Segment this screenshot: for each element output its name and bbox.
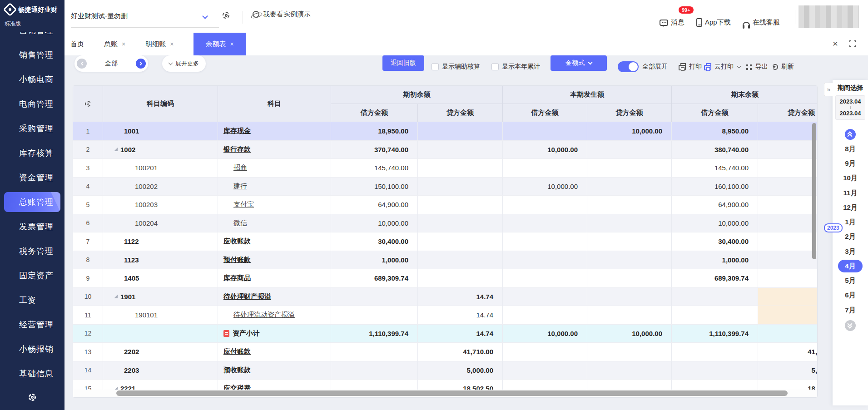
- close-tab-icon[interactable]: ×: [122, 40, 125, 48]
- month-11月[interactable]: 11月: [838, 186, 863, 200]
- amount-style-dropdown[interactable]: 金额式: [551, 55, 607, 71]
- table-row[interactable]: 6100204微信10,000.0010,000.00: [73, 214, 818, 233]
- sidebar-item-销售管理[interactable]: 销售管理: [0, 43, 64, 67]
- month-2月[interactable]: 2月: [838, 230, 863, 244]
- sidebar-item-经营管理[interactable]: 经营管理: [0, 312, 64, 337]
- month-5月[interactable]: 5月: [838, 273, 863, 288]
- checkbox-icon[interactable]: [432, 63, 439, 70]
- table-row[interactable]: 5100203支付宝64,900.0064,900.00: [73, 196, 818, 214]
- show-ytd-checkbox[interactable]: 显示本年累计: [491, 55, 540, 78]
- sidebar-item-固定资产[interactable]: 固定资产: [0, 263, 64, 288]
- cell-subject: 库存现金: [218, 122, 331, 140]
- sidebar-item-总账管理[interactable]: 总账管理: [0, 190, 64, 214]
- amount-cell: 8,950.00: [672, 122, 758, 140]
- sidebar-item-工资[interactable]: 工资: [0, 288, 64, 312]
- subject-link[interactable]: 支付宝: [233, 200, 254, 209]
- collapse-panel-tab[interactable]: »: [824, 83, 833, 96]
- table-row[interactable]: 11001库存现金18,950.0010,000.008,950.00: [73, 122, 818, 141]
- subject-link[interactable]: 库存现金: [223, 127, 251, 135]
- tab-余额表[interactable]: 余额表×: [193, 33, 245, 55]
- amount-cell: 30,400.00: [672, 232, 758, 251]
- table-row[interactable]: 12资产小计1,110,399.7414.7410,000.0010,000.0…: [73, 325, 818, 343]
- month-7月[interactable]: 7月: [838, 303, 863, 317]
- divider: [71, 27, 219, 28]
- back-to-old-version-button[interactable]: 退回旧版: [382, 55, 424, 71]
- tab-总账[interactable]: 总账×: [104, 33, 125, 55]
- column-settings-cell[interactable]: [73, 86, 103, 122]
- next-arrow-icon[interactable]: [136, 59, 146, 69]
- scope-selector[interactable]: 全部: [74, 55, 148, 72]
- subject-link[interactable]: 待处理财产损溢: [223, 292, 271, 301]
- subject-link[interactable]: 应付账款: [223, 347, 251, 356]
- close-icon[interactable]: ×: [833, 39, 838, 48]
- export-button[interactable]: 导出: [746, 55, 768, 78]
- table-row[interactable]: 4100202建行150,100.0010,000.00160,100.00: [73, 178, 818, 196]
- sidebar-item-采购管理[interactable]: 采购管理: [0, 116, 64, 141]
- close-tab-icon[interactable]: ×: [230, 40, 233, 48]
- sidebar-item-电商管理[interactable]: 电商管理: [0, 92, 64, 116]
- expand-more-button[interactable]: 展开更多: [162, 55, 206, 72]
- subject-link[interactable]: 建行: [233, 182, 247, 191]
- subject-link[interactable]: 库存商品: [223, 274, 251, 282]
- subject-link[interactable]: 招商: [233, 163, 247, 172]
- close-tab-icon[interactable]: ×: [170, 40, 174, 48]
- subject-link[interactable]: 预付账款: [223, 256, 251, 264]
- messages-button[interactable]: 消息: [660, 18, 684, 27]
- table-row[interactable]: 132202应付账款41,710.0041,710.00: [73, 343, 818, 361]
- table-row[interactable]: 71122应收账款30,400.0030,400.00: [73, 232, 818, 251]
- show-aux-checkbox[interactable]: 显示辅助核算: [432, 55, 480, 78]
- checkbox-icon[interactable]: [491, 63, 499, 70]
- month-9月[interactable]: 9月: [838, 156, 863, 171]
- table-row[interactable]: 3100201招商145,740.00145,740.00: [73, 159, 818, 178]
- subject-link[interactable]: 预收账款: [223, 366, 251, 375]
- table-row[interactable]: 11190101待处理流动资产损溢14.74: [73, 306, 818, 325]
- sidebar-item-小畅报销[interactable]: 小畅报销: [0, 337, 64, 361]
- table-row[interactable]: 101901待处理财产损溢14.74: [73, 288, 818, 306]
- tab-明细账[interactable]: 明细账×: [145, 33, 174, 55]
- subject-link[interactable]: 应收账款: [223, 237, 251, 246]
- sidebar-item-库存核算[interactable]: 库存核算: [0, 141, 64, 165]
- month-3月[interactable]: 3月: [838, 244, 863, 259]
- sidebar-item-基础信息[interactable]: 基础信息: [0, 361, 64, 385]
- brand-edition: 标准版: [5, 20, 21, 28]
- table-row[interactable]: 21002银行存款370,740.0010,000.00380,740.00: [73, 141, 818, 159]
- subject-link[interactable]: 待处理流动资产损溢: [233, 311, 295, 319]
- company-selector[interactable]: 好业财测试-量勿删: [71, 12, 128, 20]
- print-button[interactable]: 打印: [679, 55, 702, 78]
- app-download-button[interactable]: App下载: [696, 18, 731, 27]
- sidebar-item-营销管理[interactable]: 营销管理: [0, 32, 64, 43]
- prev-arrow-icon[interactable]: [77, 59, 87, 69]
- table-row[interactable]: 81123预付账款1,000.001,000.00: [73, 251, 818, 270]
- fullscreen-icon[interactable]: [849, 40, 856, 47]
- sidebar-item-小畅电商[interactable]: 小畅电商: [0, 67, 64, 92]
- settings-gear-button[interactable]: [223, 12, 229, 20]
- table-row[interactable]: 142203预收账款5,000.005,000.00: [73, 361, 818, 380]
- horizontal-scrollbar[interactable]: [116, 390, 788, 396]
- expand-all-toggle[interactable]: [618, 55, 639, 78]
- divider: [243, 11, 243, 24]
- online-service-button[interactable]: 在线客服: [743, 18, 780, 27]
- vertical-scrollbar[interactable]: [812, 123, 816, 259]
- table-row[interactable]: 91405库存商品689,309.74689,309.74: [73, 269, 818, 288]
- refresh-button[interactable]: 刷新: [772, 55, 794, 78]
- expand-triangle-icon[interactable]: [114, 148, 118, 151]
- month-6月[interactable]: 6月: [838, 288, 863, 303]
- tab-首页[interactable]: 首页: [70, 33, 84, 55]
- scroll-months-down-button[interactable]: [845, 320, 856, 331]
- sidebar-item-税务管理[interactable]: 税务管理: [0, 239, 64, 263]
- expand-triangle-icon[interactable]: [114, 295, 118, 298]
- cloud-print-button[interactable]: 云打印: [704, 55, 740, 78]
- subject-link[interactable]: 微信: [233, 219, 247, 227]
- subject-link[interactable]: 银行存款: [223, 145, 251, 154]
- period-range-selector[interactable]: 2023.04 2023.04: [835, 95, 865, 120]
- month-4月[interactable]: 4月: [838, 260, 863, 272]
- month-8月[interactable]: 8月: [838, 142, 863, 156]
- sidebar-item-资金管理[interactable]: 资金管理: [0, 165, 64, 190]
- amount-cell: [672, 288, 758, 306]
- demo-link[interactable]: 我要看实例演示: [253, 10, 311, 19]
- month-12月[interactable]: 12月: [838, 200, 863, 215]
- sidebar-settings-button[interactable]: [0, 385, 64, 410]
- month-10月[interactable]: 10月: [838, 171, 863, 186]
- scroll-months-up-button[interactable]: [845, 129, 856, 140]
- sidebar-item-发票管理[interactable]: 发票管理: [0, 214, 64, 239]
